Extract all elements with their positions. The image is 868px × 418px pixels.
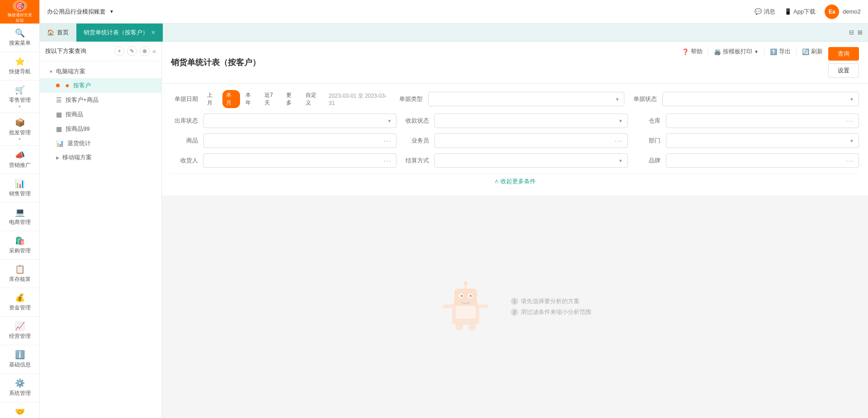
sidebar-item-operations[interactable]: 📈 经营管理: [0, 317, 40, 345]
receive-status-select[interactable]: ▼: [434, 114, 627, 128]
collapse-panel-btn[interactable]: «: [152, 48, 156, 55]
sidebar-item-sales[interactable]: 📊 销售管理: [0, 174, 40, 203]
tab-expand-btn[interactable]: ⊟ ⊞: [844, 29, 868, 36]
receiver-dots: ···: [384, 157, 392, 164]
receive-status-label: 收款状态: [402, 117, 429, 125]
receiver-select[interactable]: ···: [203, 153, 396, 168]
order-type-select[interactable]: ▼: [428, 92, 625, 106]
sidebar-item-inventory[interactable]: 📋 库存核算: [0, 260, 40, 288]
inventory-icon: 📋: [15, 264, 25, 274]
messages-label: 消息: [764, 8, 775, 16]
sidebar-item-wholesale[interactable]: 📦 批发管理 ▲: [0, 113, 40, 146]
date-range-text: 2023-03-01 至 2023-03-31: [329, 92, 390, 106]
tab-sales-stats[interactable]: 销货单统计表（按客户） ✕: [76, 24, 163, 42]
tree-group-mobile[interactable]: ▶ 移动端方案: [40, 151, 161, 164]
industry-selector[interactable]: 办公用品行业模拟账套: [47, 8, 106, 16]
warehouse-select[interactable]: ···: [666, 114, 859, 128]
tab-home[interactable]: 🏠 首页: [40, 24, 76, 42]
sidebar-item-basic[interactable]: ℹ️ 基础信息: [0, 345, 40, 374]
goods-select[interactable]: ···: [203, 133, 396, 148]
refresh-btn[interactable]: 🔄 刷新: [802, 48, 823, 56]
tree-item-by-customer[interactable]: ● 按客户: [40, 78, 161, 93]
settings-button[interactable]: 设置: [828, 63, 859, 78]
sidebar-item-marketing[interactable]: 📣 营销推广: [0, 146, 40, 174]
edit-scheme-btn[interactable]: ✎: [127, 46, 137, 56]
tree-item-by-goods-99[interactable]: ▦ 按商品99: [40, 122, 161, 136]
app-download-btn[interactable]: 📱 App下载: [784, 8, 816, 16]
user-profile[interactable]: Ea demo2: [825, 5, 861, 19]
svg-point-4: [461, 295, 463, 297]
sidebar-item-finance[interactable]: 💰 资金管理: [0, 288, 40, 317]
settlement-arrow: ▼: [618, 158, 623, 163]
svg-rect-10: [456, 324, 463, 330]
tree-item-customer-goods[interactable]: ☰ 按客户+商品: [40, 93, 161, 107]
staff-select[interactable]: ···: [434, 133, 627, 148]
add-scheme-btn[interactable]: +: [114, 46, 124, 56]
export-btn[interactable]: ⬆️ 导出: [770, 48, 791, 56]
tab-close-icon[interactable]: ✕: [151, 29, 156, 36]
export-icon: ⬆️: [770, 48, 777, 55]
sidebar-item-purchase[interactable]: 🛍️ 采购管理: [0, 231, 40, 260]
brand-select[interactable]: ···: [666, 153, 859, 168]
help-label: 帮助: [691, 48, 703, 56]
page-actions-bar: ❓ 帮助 🖨️ 按模板打印 ▼ ⬆️: [682, 47, 823, 56]
tree-group-desktop[interactable]: ▼ 电脑端方案: [40, 65, 161, 78]
date-tab-more[interactable]: 更多: [283, 90, 300, 108]
purchase-icon: 🛍️: [15, 236, 25, 246]
star-icon: ⭐: [15, 57, 25, 66]
tab-home-label: 首页: [57, 28, 69, 37]
staff-label: 业务员: [402, 137, 429, 145]
sidebar-item-search[interactable]: 🔍 搜索菜单: [0, 24, 40, 52]
tree-item-label-goods: 按商品: [66, 110, 83, 119]
dept-label: 部门: [633, 137, 660, 145]
user-name: demo2: [843, 8, 861, 15]
retail-arrow: ▲: [18, 104, 22, 108]
order-status-select[interactable]: ▼: [662, 92, 859, 106]
empty-hints: 1 请先选择要分析的方案 2 用过滤条件来缩小分析范围: [511, 297, 591, 316]
app-download-label: App下载: [793, 8, 816, 16]
logo-icon: 🎯: [13, 0, 27, 12]
left-panel: 按以下方案查询 + ✎ ⊗ « ▼ 电脑端方案 ● 按客户: [40, 42, 162, 418]
date-tab-last-month[interactable]: 上月: [203, 90, 221, 108]
date-tab-this-month[interactable]: 本月: [222, 90, 240, 108]
wholesale-arrow: ▲: [18, 137, 22, 141]
sidebar-item-shortcut[interactable]: ⭐ 快捷导航: [0, 52, 40, 81]
sidebar-item-enterprise[interactable]: 🤝 企业协同: [0, 402, 40, 418]
svg-rect-11: [468, 324, 476, 330]
query-button[interactable]: 查询: [828, 47, 859, 61]
empty-hint-2-text: 用过滤条件来缩小分析范围: [521, 308, 591, 316]
date-tab-custom[interactable]: 自定义: [302, 90, 324, 108]
out-status-select[interactable]: ▼: [203, 114, 396, 128]
minimize-icon: ⊟: [849, 29, 854, 36]
tree-item-return-stats[interactable]: 📊 退货统计: [40, 136, 161, 151]
delete-scheme-btn[interactable]: ⊗: [140, 46, 150, 56]
tree-group-desktop-label: 电脑端方案: [56, 67, 85, 76]
sidebar-item-ecommerce[interactable]: 💻 电商管理: [0, 203, 40, 231]
messages-btn[interactable]: 💬 消息: [755, 8, 775, 16]
tree-item-by-goods[interactable]: ▦ 按商品: [40, 107, 161, 122]
tree-item-label-goods-99: 按商品99: [66, 125, 90, 133]
empty-hint-2: 2 用过滤条件来缩小分析范围: [511, 308, 591, 316]
sidebar-label-system: 系统管理: [9, 390, 31, 397]
tab-bar: 🏠 首页 销货单统计表（按客户） ✕ ⊟ ⊞: [40, 24, 868, 42]
sales-icon: 📊: [15, 179, 25, 189]
settlement-select[interactable]: ▼: [434, 153, 627, 168]
print-btn[interactable]: 🖨️ 按模板打印 ▼: [714, 48, 759, 56]
sidebar-item-retail[interactable]: 🛒 零售管理 ▲: [0, 81, 40, 113]
dept-select[interactable]: ▼: [666, 133, 859, 148]
date-tab-this-year[interactable]: 本年: [242, 90, 259, 108]
help-btn[interactable]: ❓ 帮助: [682, 48, 703, 56]
app-logo[interactable]: 🎯 畅捷通好生意 标版: [0, 0, 40, 24]
page-title: 销货单统计表（按客户）: [171, 57, 260, 68]
goods-label: 商品: [171, 137, 198, 145]
out-status-label: 出库状态: [171, 117, 198, 125]
content-area: 按以下方案查询 + ✎ ⊗ « ▼ 电脑端方案 ● 按客户: [40, 42, 868, 418]
settlement-label: 结算方式: [402, 157, 429, 165]
collapse-more-btn[interactable]: ∧ 收起更多条件: [171, 173, 859, 189]
date-tab-7days[interactable]: 近7天: [261, 90, 281, 108]
staff-dots: ···: [615, 137, 623, 144]
sidebar-item-system[interactable]: ⚙️ 系统管理: [0, 374, 40, 402]
sidebar-label-search: 搜索菜单: [9, 39, 31, 47]
customer-icon: ●: [65, 81, 70, 90]
app-subtitle: 标版: [16, 18, 24, 24]
